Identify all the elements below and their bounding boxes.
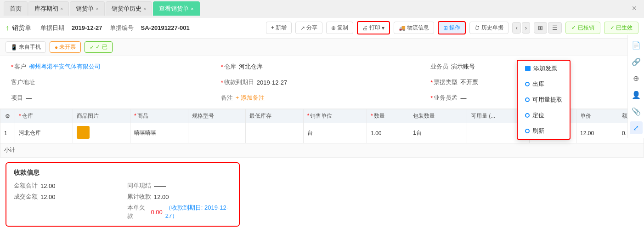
tab-sale-order-close[interactable]: ×: [96, 6, 98, 11]
tab-check-sale-label: 查看销货单: [159, 5, 189, 13]
history-label: 历史单据: [481, 24, 503, 32]
tab-inventory-close[interactable]: ×: [60, 6, 63, 11]
customer-value[interactable]: 柳州粤港平安气体有限公司: [29, 63, 101, 71]
outbound-label: 出库: [532, 80, 544, 88]
project-field: 项目 —: [7, 92, 217, 104]
history-button[interactable]: ⏱ 历史单据: [469, 22, 508, 34]
add-note-button[interactable]: + 添加备注: [236, 94, 265, 102]
tab-check-sale-close[interactable]: ×: [191, 6, 193, 11]
payment-total-value: 12.00: [40, 182, 56, 189]
dropdown-quantity[interactable]: 可用量提取: [518, 92, 570, 108]
payment-info-box: 收款信息 金额合计 12.00 同单现结 —— 成交金额 12.00 累计收款 …: [6, 162, 240, 227]
tab-check-sale[interactable]: 查看销货单 ×: [153, 1, 199, 16]
grid-view-button[interactable]: ⊞: [534, 22, 547, 34]
copy-button[interactable]: ⊕ 复制: [326, 22, 353, 34]
print-dropdown-arrow: ▾: [382, 25, 384, 31]
window-close-button[interactable]: ×: [628, 2, 640, 15]
sidebar-link-icon[interactable]: 🔗: [630, 55, 643, 68]
cell-spec: [188, 123, 246, 143]
from-phone-button[interactable]: 📱 来自手机: [6, 41, 46, 53]
cell-product: 嘻嘻嘻嘻: [130, 123, 188, 143]
operate-button[interactable]: ⊞ 操作: [438, 21, 466, 34]
tab-sale-history-label: 销货单历史: [112, 5, 141, 13]
confirm-button[interactable]: ✓ ✓ 已: [85, 41, 112, 53]
refresh-icon: [525, 129, 530, 133]
col-image: 商品图片: [73, 109, 130, 123]
payment-deal-label: 成交金额: [14, 193, 38, 201]
add-invoice-label: 添加发票: [533, 64, 557, 73]
tab-inventory[interactable]: 库存期初 ×: [28, 1, 69, 16]
view-toggle: ⊞ ☰: [534, 22, 562, 34]
logistics-label: 物流信息: [407, 24, 429, 32]
operate-icon: ⊞: [443, 25, 448, 31]
ticket-type-value: 不开票: [460, 78, 478, 86]
doc-title-label: 销货单: [12, 24, 31, 32]
operate-dropdown-menu: 添加发票 出库 可用量提取 定位 刷新: [517, 60, 571, 140]
payment-same-order-value: ——: [154, 182, 166, 189]
staff-value: 演示账号: [451, 63, 475, 71]
doc-icon: ↑: [6, 24, 9, 32]
truck-icon: 🚚: [399, 25, 406, 31]
main-container: ↑ 销货单 单据日期 2019-12-27 单据编号 SA-20191227-0…: [0, 17, 644, 245]
note-label: 备注: [221, 94, 233, 102]
tab-bar-right: ×: [628, 4, 640, 13]
list-view-button[interactable]: ☰: [548, 22, 562, 34]
doc-no-value: SA-20191227-001: [141, 24, 190, 31]
col-warehouse: *仓库: [15, 109, 73, 123]
payment-total-label: 金额合计: [14, 182, 38, 190]
locate-label: 定位: [532, 111, 544, 120]
sidebar-attach-icon[interactable]: 📎: [630, 105, 643, 118]
tab-sale-history[interactable]: 销货单历史 ×: [106, 1, 152, 16]
tab-sale-order[interactable]: 销货单 ×: [70, 1, 104, 16]
sidebar-doc-icon[interactable]: 📄: [630, 39, 643, 51]
share-button[interactable]: ↗ 分享: [295, 22, 322, 34]
next-button[interactable]: ›: [522, 22, 530, 34]
phone-icon: 📱: [11, 44, 17, 51]
ticket-type-label: 票据类型: [434, 78, 458, 86]
due-date-field: * 收款到期日 2019-12-27: [217, 76, 427, 88]
sidebar-expand-icon[interactable]: ⤢: [630, 121, 643, 134]
history-icon: ⏱: [475, 25, 480, 31]
sold-status-button[interactable]: ✓ 已核销: [565, 22, 600, 34]
col-unit-price: 单价: [576, 109, 618, 123]
payment-owe-note: （收款到期日: 2019-12-27）: [165, 204, 232, 220]
due-date-value: 2019-12-27: [257, 79, 288, 86]
address-value: —: [38, 79, 44, 86]
tab-sale-history-close[interactable]: ×: [143, 6, 146, 11]
product-image: [77, 126, 90, 139]
sidebar-user-icon[interactable]: 👤: [630, 88, 643, 101]
tab-sale-order-label: 销货单: [76, 5, 94, 13]
doc-actions: + 新增 ↗ 分享 ⊕ 复制 🖨 打印 ▾ 🚚 物流信息: [266, 21, 638, 34]
dropdown-add-invoice[interactable]: 添加发票: [518, 61, 570, 76]
dropdown-refresh[interactable]: 刷新: [518, 123, 570, 139]
tab-home[interactable]: 首页: [4, 1, 28, 16]
dropdown-outbound[interactable]: 出库: [518, 76, 570, 92]
cell-min-stock: [246, 123, 304, 143]
prev-button[interactable]: ‹: [512, 22, 520, 34]
customer-label: 客户: [14, 63, 26, 71]
col-min-stock: 最低库存: [246, 109, 304, 123]
cell-warehouse: 河北仓库: [15, 123, 73, 143]
new-button[interactable]: + 新增: [266, 22, 292, 34]
outbound-icon: [525, 82, 530, 86]
ticket-required-star: *: [430, 79, 433, 86]
doc-no-label: 单据编号: [110, 24, 134, 32]
locate-icon: [525, 113, 530, 118]
due-date-label: 收款到期日: [224, 78, 254, 86]
operate-label: 操作: [449, 24, 460, 32]
sub-actions-bar: 📱 来自手机 ● 未开票 ✓ ✓ 已: [0, 39, 644, 56]
dropdown-locate[interactable]: 定位: [518, 108, 570, 123]
logistics-button[interactable]: 🚚 物流信息: [394, 22, 434, 34]
tab-home-label: 首页: [10, 5, 22, 13]
sidebar-add-icon[interactable]: ⊕: [630, 72, 643, 85]
right-sidebar: 📄 🔗 ⊕ 👤 📎 ⤢: [627, 35, 644, 138]
col-spec: 规格型号: [188, 109, 246, 123]
nav-arrows: ‹ ›: [512, 22, 530, 34]
not-open-button[interactable]: ● 未开票: [50, 41, 81, 53]
effective-status-button[interactable]: ✓ 已生效: [604, 22, 638, 34]
payment-deal-value: 12.00: [40, 194, 56, 200]
print-button[interactable]: 🖨 打印 ▾: [357, 21, 390, 34]
note-field: 备注 + 添加备注: [217, 92, 427, 104]
not-open-icon: ●: [55, 44, 58, 51]
customer-required-star: *: [11, 63, 13, 70]
